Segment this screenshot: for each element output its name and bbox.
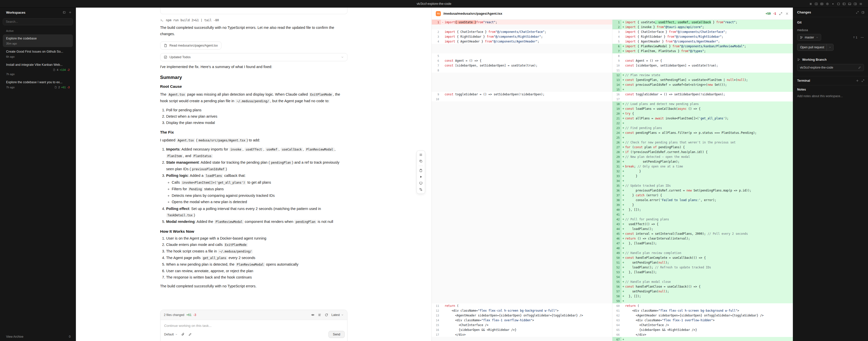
diff-line: 19+ const loadPlans = useCallback(async … [612,106,793,111]
branch-icon [800,36,803,39]
record-icon[interactable] [826,2,829,6]
workspace-item[interactable]: Explore the codebase35m ago [3,34,73,47]
play-icon[interactable] [419,175,423,179]
panel-left-icon[interactable] [842,2,846,6]
inline-code: ExitPlanMode [224,243,248,247]
inline-code: pendingPlan [270,161,292,165]
branch-selector[interactable]: master [797,34,821,41]
terminal-section[interactable]: Terminal [793,76,868,85]
diff-spacer [432,49,612,53]
diff-line: 3import { ChatInterface } from "@/compon… [612,29,793,34]
expand-icon[interactable] [861,79,864,82]
diff-line: 54+ [612,275,793,279]
dot-icon[interactable] [831,2,835,6]
menu-icon[interactable] [419,153,423,157]
branch-actions: 1 [852,36,864,39]
panel-bottom-icon[interactable] [848,2,851,6]
working-branch-field[interactable]: vk/3ccf-explore-the-code [797,64,864,71]
diff-row: 24+ const pendingPlans = allPlans.filter… [432,130,793,135]
pencil-icon[interactable] [858,66,861,69]
device-icon[interactable] [419,181,423,185]
plus-icon[interactable] [856,79,859,82]
diff-line: 21+ const allPlans = await invoke<PlanIt… [612,116,793,121]
workspace-title: Create Good First Issues on Github So... [6,50,70,54]
close-icon[interactable] [785,12,789,16]
paperclip-icon[interactable] [181,333,185,336]
command-line[interactable]: npm run build 2>&1 | tail -80 [160,19,347,22]
send-button[interactable]: Send [329,331,344,338]
chevron-down-icon[interactable] [341,56,344,59]
workspace-item[interactable]: Install and integrate Vibe Kanban Web...… [3,61,73,78]
chevron-down-icon [175,333,178,336]
notes-placeholder[interactable]: Add notes about this workspace... [793,94,868,98]
expand-icon[interactable] [856,11,859,14]
plus-icon[interactable] [69,11,72,14]
pr-options-chevron[interactable] [827,44,833,51]
diff-header: TS /medusa/medusa/src/pages/Agent.tsx +5… [432,8,793,20]
diff-row: 30+ setPendingPlan(plan); [432,159,793,164]
clipboard-icon[interactable] [419,169,423,172]
list-item: Polling effect: Set up a polling interva… [166,206,347,219]
grid-icon[interactable] [820,2,824,6]
titlebar: vk/3ccf-explore-the-code [0,0,868,8]
diff-row: 56+ const handlePlanClose = useCallback(… [432,284,793,289]
assistant-paragraph: The build completed successfully with no… [160,283,347,289]
panel-right-icon[interactable] [861,11,864,14]
notes-label: Notes [797,88,806,91]
diff-line: 39+ } [612,203,793,207]
inline-code: PlanItem [166,154,183,158]
square-icon[interactable] [837,2,840,6]
panel-left-icon[interactable] [63,11,66,14]
diff-row: 22+ [432,121,793,125]
pencil-icon[interactable] [188,333,192,336]
expand-icon[interactable] [779,12,782,16]
menu-icon[interactable] [859,2,862,6]
files-changed-label[interactable]: 2 files changed [164,313,184,317]
panel-right-icon[interactable] [854,2,857,6]
inline-code: PlanReviewModal [236,262,265,267]
deletions-count: -3 [194,313,196,317]
message-input[interactable] [164,324,343,328]
additions-count: +61 [186,313,191,317]
more-menu-icon[interactable] [860,36,864,39]
diff-line: 5 [432,53,612,58]
diff-line: 55+ // Handle plan modal close [612,279,793,284]
diff-line: 16 {sidebarOpen && <RightSidebar />} [432,327,612,332]
diff-line: 12 <div className="flex flex-col h-scree… [432,308,612,313]
chevron-down-icon [816,36,818,39]
list-icon[interactable] [318,313,321,317]
compare-icon[interactable] [419,188,423,191]
inline-code: get_all_plans [202,256,227,260]
notes-section[interactable]: Notes [793,85,868,94]
tool-call[interactable]: Updated Todos [160,53,347,61]
columns-icon[interactable] [815,2,818,6]
inline-code: invoke [229,148,243,152]
inline-code: Agent.tsx [167,93,186,97]
changes-panel: Changes Git medusa master 1 [793,8,868,341]
diff-line: 18+ // Load plans and detect new pending… [612,101,793,106]
inline-code: ~/.medusa/pending/ [218,249,253,253]
pause-icon[interactable] [809,2,812,6]
diff-line: 6const Agent = () => { [432,58,612,63]
tool-call[interactable]: Read medusa/src/pages/Agent.tsx [160,41,221,50]
eye-icon[interactable] [311,313,315,317]
workspace-item[interactable]: Explore the codebase I want you to ex...… [3,78,73,91]
open-pull-request-button[interactable]: Open pull request [797,44,834,51]
diff-line: 56+ const handlePlanClose = useCallback(… [612,284,793,289]
diff-line: 8 [432,68,612,72]
view-archive-link[interactable]: View Archive [6,335,23,338]
workspace-item[interactable]: Create Good First Issues on Github So...… [3,48,73,60]
diff-spacer [432,87,612,92]
branch-row: master 1 [793,34,868,41]
diff-row: 32+ } [432,169,793,174]
model-selector[interactable]: Default [164,333,178,336]
copy-icon[interactable] [419,159,423,163]
diff-file-path: /medusa/medusa/src/pages/Agent.tsx [443,12,502,16]
sidebar-header: Workspaces [0,8,76,17]
latest-dropdown[interactable]: Latest [332,313,344,317]
search-field[interactable] [6,20,70,24]
search-input[interactable] [3,18,73,25]
checklist-icon [164,55,167,59]
bold-text: Polling effect [166,207,189,211]
refresh-icon[interactable] [325,313,328,317]
